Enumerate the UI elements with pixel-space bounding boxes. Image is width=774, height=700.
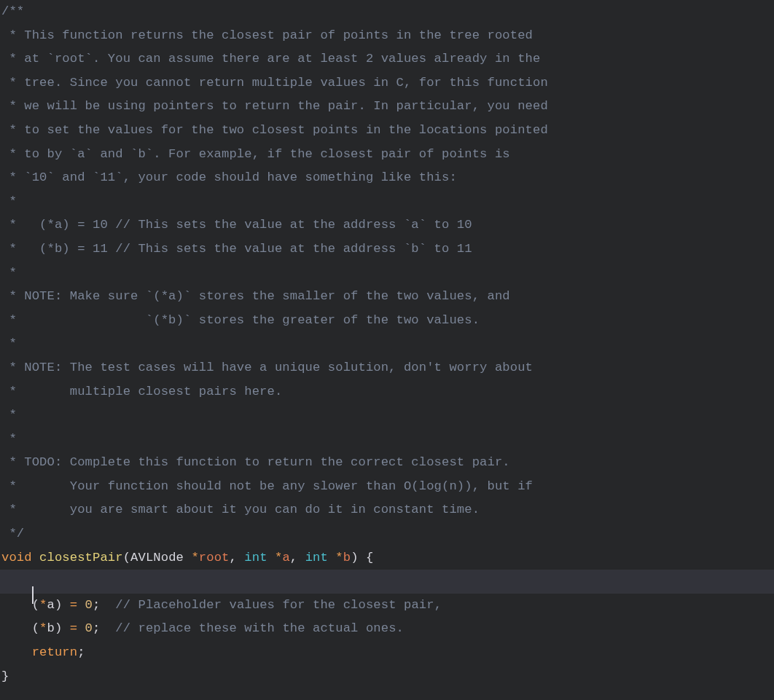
code-token: /** [1,4,24,18]
code-line[interactable]: * at `root`. You can assume there are at… [0,47,774,71]
code-line[interactable]: } [0,665,774,689]
code-line[interactable]: void closestPair(AVLNode *root, int *a, … [0,546,774,570]
code-line[interactable]: * [0,404,774,428]
code-token: * multiple closest pairs here. [1,385,282,398]
code-line[interactable]: * you are smart about it you can do it i… [0,498,774,522]
code-token: * you are smart about it you can do it i… [1,503,480,516]
code-token: * [1,266,17,280]
code-token: ; [93,598,115,612]
code-token: ( [1,598,39,612]
code-token: b [343,551,351,565]
code-token: * NOTE: Make sure `(*a)` stores the smal… [1,289,510,303]
code-line[interactable]: (*a) = 0; // Placeholder values for the … [0,594,774,618]
code-line[interactable]: * This function returns the closest pair… [0,24,774,48]
code-token: * This function returns the closest pair… [1,28,533,42]
code-token: // replace these with the actual ones. [115,621,404,635]
code-token: 0 [85,598,93,612]
code-token: void [1,551,32,565]
code-token [32,551,39,565]
code-line[interactable]: * (*b) = 11 // This sets the value at th… [0,237,774,261]
code-token: * (*a) = 10 // This sets the value at th… [1,218,472,232]
code-line[interactable]: * tree. Since you cannot return multiple… [0,71,774,95]
code-token: return [32,645,78,659]
code-token: * NOTE: The test cases will have a uniqu… [1,361,533,374]
code-line[interactable]: * `10` and `11`, your code should have s… [0,166,774,190]
code-token: * at `root`. You can assume there are at… [1,52,540,66]
code-line[interactable]: */ [0,522,774,546]
code-line[interactable]: * (*a) = 10 // This sets the value at th… [0,213,774,237]
code-token: a [282,551,289,565]
code-token: ; [93,621,115,635]
code-token: , [290,551,305,565]
code-line[interactable]: * TODO: Complete this function to return… [0,451,774,475]
code-token [1,574,32,588]
code-token: a) [47,598,70,612]
code-line[interactable]: * [0,190,774,214]
code-token [267,551,275,565]
code-token: * [39,621,47,635]
code-token: ( [1,621,39,635]
code-token: (AVLNode [123,551,192,565]
code-line[interactable]: * to set the values for the two closest … [0,119,774,143]
code-token: * to set the values for the two closest … [1,123,548,137]
code-line[interactable]: * multiple closest pairs here. [0,380,774,404]
code-token [1,645,32,659]
code-token: root [199,551,230,565]
code-token: ; [77,645,85,659]
code-token: * [1,408,17,422]
code-line[interactable] [0,570,774,594]
code-token: * [1,337,17,350]
code-line[interactable]: (*b) = 0; // replace these with the actu… [0,617,774,641]
code-token: * [335,551,343,565]
code-token: * (*b) = 11 // This sets the value at th… [1,242,472,256]
code-token [77,621,85,635]
code-token: * `10` and `11`, your code should have s… [1,170,457,184]
code-line[interactable]: * to by `a` and `b`. For example, if the… [0,143,774,167]
code-editor[interactable]: /** * This function returns the closest … [0,0,774,688]
code-token [77,598,85,612]
code-line[interactable]: * [0,428,774,452]
code-token: * Your function should not be any slower… [1,479,533,493]
code-token: int [305,551,328,565]
code-token: */ [1,527,24,540]
code-token: * `(*b)` stores the greater of the two v… [1,313,480,327]
code-line[interactable]: * `(*b)` stores the greater of the two v… [0,309,774,333]
code-line[interactable]: * [0,261,774,286]
code-token: * to by `a` and `b`. For example, if the… [1,147,510,161]
code-token: * tree. Since you cannot return multiple… [1,76,548,90]
code-token: * TODO: Complete this function to return… [1,455,510,469]
code-token: ) { [351,551,373,565]
code-token: b) [47,621,70,635]
code-token: int [244,551,267,565]
code-token: * [1,432,17,446]
code-token: * [1,194,17,208]
code-token: * [191,551,198,565]
code-line[interactable]: * we will be using pointers to return th… [0,95,774,119]
code-line[interactable]: * NOTE: Make sure `(*a)` stores the smal… [0,285,774,309]
code-token [328,551,335,565]
code-token: = [70,621,77,635]
code-token: // Placeholder values for the closest pa… [115,598,442,612]
code-line[interactable]: return; [0,641,774,665]
code-token: , [229,551,244,565]
code-token: * [39,598,47,612]
code-line[interactable]: * Your function should not be any slower… [0,475,774,499]
code-line[interactable]: /** [0,0,774,24]
code-token: } [1,669,9,683]
code-token: = [70,598,77,612]
code-line[interactable]: * [0,332,774,356]
code-line[interactable]: * NOTE: The test cases will have a uniqu… [0,356,774,380]
code-token: * [275,551,282,565]
code-token: * we will be using pointers to return th… [1,99,548,113]
code-token: 0 [85,621,93,635]
code-token: closestPair [39,551,123,565]
